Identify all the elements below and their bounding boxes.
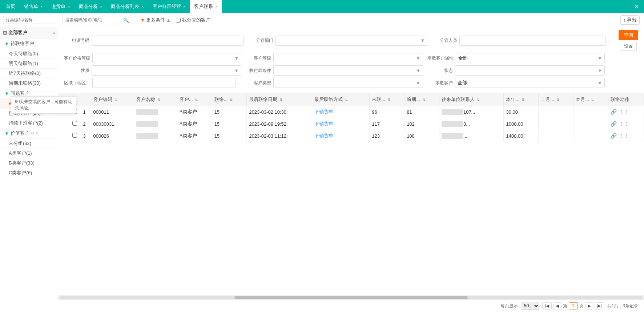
filter-dept-select[interactable]: ▼	[275, 36, 427, 46]
table-row: 1 000011 B类客户 15 2023-03-02 10:30: 下销货单 …	[58, 106, 644, 118]
filter-region-select[interactable]	[92, 78, 236, 88]
scrollbar-thumb[interactable]	[234, 296, 468, 299]
tab-customer-layer-close[interactable]: ×	[183, 4, 185, 9]
my-customers-checkbox-label[interactable]: 我分管的客户	[176, 17, 210, 23]
tab-analysis-list[interactable]: 商品分析列表 ×	[106, 0, 148, 13]
filter-cust-level-select[interactable]: ▼	[273, 53, 423, 63]
col-last-date[interactable]: 最后联络日期 ⇅	[247, 93, 312, 106]
cell-action: 🔗 ⋮⋮	[608, 118, 644, 130]
filter-cust-level: 客户等级 ▼	[246, 53, 423, 63]
content-area: 🔍 ▼ 更多条件 ▲ 我分管的客户 ↑ 导出 电话号码	[58, 13, 644, 312]
col-index	[81, 93, 91, 106]
my-customers-label: 我分管的客户	[182, 17, 210, 23]
col-last-way[interactable]: 最后联络方式 ⇅	[312, 93, 370, 106]
sidebar-search-input[interactable]	[3, 16, 58, 24]
export-btn[interactable]: ↑ 导出	[620, 15, 640, 25]
tab-analysis[interactable]: 商品分析 ×	[75, 0, 106, 13]
cell-last-month	[539, 106, 573, 118]
prev-page-btn[interactable]: ◀	[553, 302, 562, 309]
col-action: 联络动作	[608, 93, 644, 106]
close-all-btn[interactable]: ✕	[631, 3, 643, 10]
sidebar-item-today[interactable]: 今天待联络(0)	[0, 49, 58, 59]
col-this-month[interactable]: 本月... ⇅	[573, 93, 608, 106]
cell-this-year: 1000.00	[504, 118, 539, 130]
value-refresh-icon[interactable]: ↺	[31, 131, 34, 136]
filter-person-select[interactable]	[459, 36, 605, 46]
next-page-btn[interactable]: ▶	[585, 302, 593, 309]
sidebar-item-declining[interactable]: 持续下滑客户(2)	[0, 118, 58, 128]
action-link-icon[interactable]: 🔗	[611, 109, 617, 115]
cell-last-date: 2023-03-02 10:30:	[247, 106, 312, 118]
cell-this-year: 30.00	[504, 106, 539, 118]
sidebar-item-7days[interactable]: 近7天待联络(0)	[0, 69, 58, 78]
action-grid-icon[interactable]: ⋮⋮	[619, 109, 629, 115]
tab-analysis-list-close[interactable]: ×	[141, 4, 144, 9]
col-unit-contact[interactable]: 往来单位联系人 ⇅	[439, 93, 504, 106]
row-checkbox[interactable]	[72, 121, 77, 126]
sidebar-root[interactable]: ⊞ 全部客户 «	[0, 27, 58, 39]
settings-btn[interactable]: 设置	[620, 42, 637, 51]
sidebar-group-pending[interactable]: ▼ 待联络客户	[0, 39, 58, 49]
filter-phone-input[interactable]	[92, 36, 243, 46]
value-edit-icon[interactable]: ✎	[36, 131, 39, 136]
filter-region-label: 区域（地区）	[64, 80, 90, 86]
col-name[interactable]: 客户名称 ⇅	[134, 93, 177, 106]
horizontal-scrollbar[interactable]	[58, 295, 644, 299]
cell-last-way: 下销货单	[312, 106, 370, 118]
sidebar-item-ungrouped[interactable]: 未分组(32)	[0, 139, 58, 149]
last-page-btn[interactable]: ▶|	[595, 302, 604, 309]
tab-customer-layer[interactable]: 客户分层经营 ×	[148, 0, 190, 13]
tab-home[interactable]: 首页	[1, 0, 20, 13]
col-contact[interactable]: 联络... ⇅	[212, 93, 247, 106]
per-page-select[interactable]: 50 100 200	[521, 302, 539, 310]
action-link-icon[interactable]: 🔗	[611, 121, 617, 127]
cell-type: B类客户	[177, 106, 212, 118]
tab-customer-contact[interactable]: 客户联系 ×	[190, 0, 222, 13]
toolbar-search-input[interactable]	[65, 17, 123, 23]
sidebar-item-b-class[interactable]: B类客户(33)	[0, 158, 58, 168]
action-link-icon[interactable]: 🔗	[611, 133, 617, 139]
filter-retail-attr-select[interactable]: 全部 ▼	[456, 53, 605, 63]
last-way-link[interactable]: 下销货单	[314, 133, 333, 138]
row-checkbox[interactable]	[72, 133, 77, 138]
tab-purchase-close[interactable]: ×	[68, 4, 70, 9]
tab-analysis-close[interactable]: ×	[100, 4, 102, 9]
more-conditions-btn[interactable]: ▼ 更多条件 ▲	[138, 16, 173, 24]
col-last-month[interactable]: 上月... ⇅	[539, 93, 573, 106]
tab-customer-contact-close[interactable]: ×	[215, 4, 217, 9]
first-page-btn[interactable]: |◀	[542, 302, 552, 309]
filter-retail-select[interactable]: 全部 ▼	[455, 78, 605, 88]
col-not-contact[interactable]: 未联... ⇅	[370, 93, 404, 106]
sidebar-item-tomorrow[interactable]: 明天待联络(1)	[0, 59, 58, 69]
filter-nature-select[interactable]: ▼	[92, 65, 241, 76]
action-grid-icon[interactable]: ⋮⋮	[619, 133, 629, 139]
toolbar-search-icon[interactable]: 🔍	[123, 17, 129, 23]
action-grid-icon[interactable]: ⋮⋮	[619, 121, 629, 127]
caret: ▼	[597, 68, 602, 73]
col-this-year[interactable]: 本年... ⇅	[504, 93, 539, 106]
col-type[interactable]: 客户... ⇅	[177, 93, 212, 106]
filter-person-more[interactable]: ···	[608, 38, 611, 43]
sidebar-item-overdue[interactable]: 逾期未联络(30)	[0, 78, 58, 88]
filter-payment-select[interactable]: ▼	[273, 65, 423, 76]
filter-region-more[interactable]: ···	[238, 80, 241, 85]
col-overdue[interactable]: 逾期... ⇅	[404, 93, 439, 106]
sidebar-item-a-class[interactable]: A类客户(1)	[0, 149, 58, 158]
query-btn[interactable]: 查询	[619, 30, 638, 40]
filter-cust-type-select[interactable]: ▼	[273, 78, 423, 88]
tab-sales-close[interactable]: ×	[40, 4, 43, 9]
page-suffix: 页	[579, 303, 584, 309]
tab-purchase[interactable]: 进货单 ×	[47, 0, 74, 13]
filter-price-level-select[interactable]: ▼	[92, 53, 241, 63]
filter-status-select[interactable]: ▼	[455, 65, 605, 76]
last-way-link[interactable]: 下销货单	[314, 121, 333, 126]
sidebar-group-value[interactable]: ▼ 价值客户 ↺ ✎	[0, 128, 58, 139]
last-way-link[interactable]: 下销货单	[314, 109, 333, 114]
my-customers-checkbox[interactable]	[176, 18, 181, 23]
cell-last-month	[539, 118, 573, 130]
sidebar-item-c-class[interactable]: C类客户(6)	[0, 168, 58, 178]
tab-customer-layer-label: 客户分层经营	[153, 3, 181, 10]
caret: ▼	[234, 68, 239, 73]
tab-sales[interactable]: 销售单 ×	[20, 0, 47, 13]
col-code[interactable]: 客户编码 ⇅	[91, 93, 134, 106]
